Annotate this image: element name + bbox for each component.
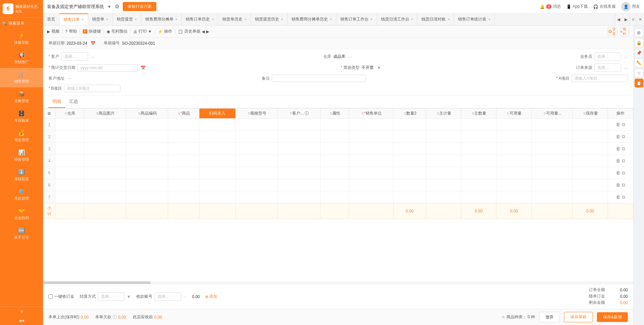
tab-reconcile[interactable]: 钱货日清对账 × [417,13,454,26]
row-main-qty[interactable] [461,179,496,191]
row-goods[interactable] [168,155,199,167]
tab-close-expense-history[interactable]: × [330,17,332,21]
row-copy-icon[interactable]: ⧉ [622,170,625,176]
row-code[interactable] [126,155,168,167]
row-unit[interactable] [349,143,393,155]
row-code[interactable] [126,131,168,143]
due-info-icon[interactable]: ⓘ [113,314,117,320]
row-current[interactable] [572,167,608,179]
right-tool-2[interactable]: 🔒 [635,38,643,47]
row-current[interactable] [572,143,608,155]
add-material-btn[interactable]: + 物料 [620,27,629,36]
b-project-input[interactable] [64,85,120,92]
row-main-unit[interactable] [426,167,461,179]
row-qty2[interactable] [393,131,426,143]
salesperson-input[interactable]: 选择... [594,52,621,61]
sidebar-item-search[interactable]: 🔍 搜索菜单 [0,18,43,29]
tab-close-reconcile[interactable]: × [448,17,450,21]
tab-close-daily-workbench[interactable]: × [411,17,413,21]
row-copy-icon[interactable]: ⧉ [622,146,625,152]
row-available[interactable] [496,143,532,155]
tab-sales-invoice[interactable]: 销货单 × [88,13,113,26]
row-warehouse[interactable] [55,179,84,191]
row-customer-code[interactable] [277,155,320,167]
topbar-settings-icon[interactable]: ⚙ [115,3,119,10]
row-customer-code[interactable] [277,143,320,155]
account-input[interactable]: 选择... [154,292,181,301]
topbar-dropdown-icon[interactable]: ▼ [107,4,111,9]
right-tool-4[interactable]: ✏️ [635,58,643,67]
customer-more-icon[interactable]: ··· [91,54,95,59]
row-available[interactable] [496,167,532,179]
tab-sales-expense[interactable]: 销售费用分摊单 × [141,13,182,26]
row-available[interactable] [496,179,532,191]
table-scrollbar[interactable] [43,281,633,284]
row-available2[interactable] [532,143,573,155]
sidebar-item-basic-info[interactable]: ℹ️ 基础信息 [0,165,43,185]
row-code[interactable] [126,119,168,131]
sidebar-item-marketing[interactable]: 📢 营销推广 [0,48,43,68]
tab-sales-return[interactable]: 销货退货 × [113,13,141,26]
settings-panel-btn[interactable]: ⚙ 设置 [608,27,617,36]
row-customer-code[interactable] [277,119,320,131]
row-goods[interactable] [168,167,199,179]
tab-sales-history[interactable]: 销售订单历史 × [182,13,218,26]
row-available2[interactable] [532,155,573,167]
a-project-input[interactable] [571,75,628,82]
tab-stats[interactable]: 销售订单统计表 × [454,13,495,26]
tab-close-stats[interactable]: × [488,17,490,21]
row-property[interactable] [320,179,349,191]
row-main-qty[interactable] [461,119,496,131]
invoice-dropdown-icon[interactable]: ▼ [377,66,381,70]
tab-daily-workbench[interactable]: 钱货日清工作台 × [377,13,418,26]
row-unit[interactable] [349,179,393,191]
history-nav-next[interactable]: ▶ [206,29,209,34]
tab-workbench[interactable]: 销售订单工作台 × [336,13,377,26]
row-spec[interactable] [235,167,277,179]
row-property[interactable] [320,191,349,203]
row-available2[interactable] [532,131,573,143]
order-source-more-icon[interactable]: ··· [624,65,628,71]
row-warehouse[interactable] [55,143,84,155]
view-video-btn[interactable]: ▶ 视频 [47,29,60,34]
row-delete-icon[interactable]: 🗑 [616,182,620,188]
sidebar-item-purchase[interactable]: 📦 采购管理 [0,87,43,107]
sidebar-item-inventory[interactable]: 🗄️ 库存核算 [0,107,43,126]
history-nav-prev[interactable]: ◀ [202,29,205,34]
row-spec[interactable] [235,143,277,155]
row-current[interactable] [572,179,608,191]
help-btn[interactable]: ? 帮助 [65,29,77,34]
row-delete-icon[interactable]: 🗑 [616,146,620,152]
address-more-icon[interactable]: ··· [67,76,71,81]
operation-btn[interactable]: ⚡ 操作 [158,29,172,34]
row-current[interactable] [572,155,608,167]
row-available[interactable] [496,191,532,203]
row-current[interactable] [572,131,608,143]
row-qty2[interactable] [393,119,426,131]
row-main-unit[interactable] [426,119,461,131]
right-tool-1[interactable]: ⊞ [635,28,643,37]
row-qty2[interactable] [393,167,426,179]
row-warehouse[interactable] [55,167,84,179]
save-draft-btn[interactable]: 保存草稿 [564,312,593,322]
sidebar-settings[interactable]: ⚙ [0,307,43,316]
tab-return-history[interactable]: 销货退货历史 × [251,13,288,26]
online-service-btn[interactable]: 🎧 在线客服 [593,4,616,9]
row-goods[interactable] [168,179,199,191]
row-available[interactable] [496,119,532,131]
sidebar-item-finance[interactable]: 💰 资金管理 [0,126,43,146]
row-available[interactable] [496,155,532,167]
row-goods[interactable] [168,131,199,143]
solution-btn[interactable]: 体验行业方案 [123,2,156,11]
row-customer-code[interactable] [277,191,320,203]
row-copy-icon[interactable]: ⧉ [622,134,625,139]
row-main-unit[interactable] [426,155,461,167]
row-code[interactable] [126,143,168,155]
row-property[interactable] [320,155,349,167]
row-delete-icon[interactable]: 🗑 [616,122,620,127]
row-unit[interactable] [349,119,393,131]
delivery-calendar-icon[interactable]: 📅 [141,66,146,70]
row-current[interactable] [572,191,608,203]
row-property[interactable] [320,131,349,143]
row-warehouse[interactable] [55,131,84,143]
